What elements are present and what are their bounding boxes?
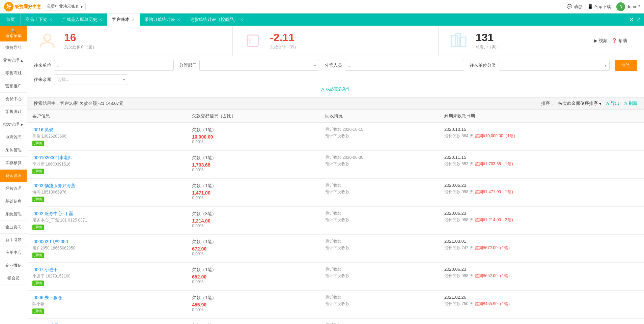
- customer-phone: 海燕 18513066976: [32, 189, 181, 195]
- tab-goods[interactable]: 商品上下架 ✕: [21, 13, 57, 26]
- sidebar-item-operation[interactable]: 经营管理: [0, 182, 27, 195]
- overdue-link[interactable]: 超期¥455.90（1笔）: [475, 301, 512, 307]
- recent-label: 最近收款: [325, 295, 433, 300]
- sidebar-item-batch-mgmt[interactable]: 批发管理 ▼: [0, 118, 27, 131]
- message-button[interactable]: 💬 消息: [567, 4, 582, 10]
- store-selector[interactable]: 母婴行业演示账套 ▾: [44, 3, 86, 10]
- sidebar-item-beginner[interactable]: 新手引导: [0, 234, 27, 246]
- customer-phone: 陈小希: [32, 301, 181, 307]
- stat-text-debt-amount: -2.11 欠款合计（万）: [270, 31, 298, 50]
- sidebar-item-system[interactable]: 系统管理: [0, 208, 27, 221]
- overdue-link[interactable]: 超期¥652.00（1笔）: [475, 273, 512, 279]
- tab-stock-stat-close[interactable]: ✕: [240, 18, 243, 22]
- help-button[interactable]: ❓ 帮助: [612, 38, 627, 44]
- debt-amount[interactable]: 455.90: [192, 302, 314, 307]
- avatar: D: [616, 2, 625, 11]
- sidebar-item-marketing[interactable]: 营销推广: [0, 80, 27, 93]
- customer-name-link[interactable]: [0002]服务中心_丁磊: [32, 211, 181, 217]
- th-due-date: 到期未收款日期: [439, 110, 644, 123]
- sidebar-item-vip[interactable]: 畅会员: [0, 272, 27, 285]
- sidebar-beginner-label: 新手引导: [5, 237, 22, 242]
- tab-product-history-close[interactable]: ✕: [99, 18, 102, 22]
- video-button[interactable]: ▶ 视频: [594, 38, 608, 44]
- customer-name-link[interactable]: [0001020001]李老师: [32, 155, 181, 161]
- overdue-link[interactable]: 超期¥10,000.00（1笔）: [475, 133, 518, 139]
- next-label: 预计下次收款: [325, 245, 433, 251]
- sidebar-item-app-center[interactable]: 应用中心: [0, 246, 27, 259]
- tab-collapse-icon[interactable]: ✕: [629, 17, 634, 23]
- overdue-link[interactable]: 超期¥1,703.68（1笔）: [475, 161, 515, 167]
- tab-home[interactable]: 首页: [1, 13, 21, 26]
- overdue-info: 最长欠款 998 天 超期¥1,214.00（3笔）: [444, 217, 639, 223]
- collapse-btn[interactable]: ⋀ 收起更多条件: [34, 85, 637, 93]
- overdue-info: 最长欠款 998 天 超期¥652.00（1笔）: [444, 273, 639, 279]
- table-row: [0003]畅捷服务尹海燕 海燕 18513066976 现销 欠款（1笔） 1…: [27, 179, 644, 207]
- sidebar-item-basic[interactable]: 基础信息: [0, 195, 27, 208]
- debt-amount-label: 欠款合计（万）: [270, 45, 298, 50]
- recent-label: 最近收款: [325, 183, 433, 188]
- sidebar-search[interactable]: 🔍 搜索菜单: [0, 26, 27, 41]
- sidebar-item-enterprise-coop[interactable]: 企业协同: [0, 221, 27, 234]
- result-actions: 排序： 按欠款金额倒序排序 ▾ ⊙ 导出 ⊙ 刷新: [541, 100, 637, 107]
- filter-customer-input[interactable]: ...: [54, 60, 174, 71]
- sidebar-item-quick-nav[interactable]: 快捷导航: [0, 41, 27, 54]
- customer-info-cell: [0016]吴俊 吴俊 13026203696 现销: [27, 123, 187, 151]
- recovery-cell: 最近收款 预计下次收款: [320, 235, 439, 263]
- customer-name-link[interactable]: [000002]用户2050: [32, 239, 181, 245]
- sidebar-item-enterprise-wechat[interactable]: 企业微信: [0, 259, 27, 272]
- tab-purchase-order-close[interactable]: ✕: [177, 18, 180, 22]
- debt-amount[interactable]: 10,000.00: [192, 134, 314, 140]
- result-summary: 搜索结果中，客户16家 欠款金额 -21,148.07元 排序： 按欠款金额倒序…: [27, 98, 644, 110]
- recent-label: 最近收款: [325, 267, 433, 272]
- debt-count: 欠款（1笔）: [192, 323, 314, 324]
- tab-purchase-order[interactable]: 采购订单统计表 ✕: [140, 13, 185, 26]
- customer-tag: 现销: [32, 225, 44, 230]
- overdue-link[interactable]: 超期¥672.00（1笔）: [475, 245, 512, 251]
- sidebar-item-purchase[interactable]: 采购管理: [0, 144, 27, 157]
- tab-product-history[interactable]: 产成品入库单历史 ✕: [57, 13, 107, 26]
- tab-customer-account-close[interactable]: ✕: [132, 18, 135, 22]
- customer-name-link[interactable]: [0003]畅捷服务尹海燕: [32, 183, 181, 189]
- sidebar-item-membership[interactable]: 会员中心: [0, 93, 27, 106]
- filter-dept-select[interactable]: ▾: [199, 60, 319, 71]
- sidebar-item-ecommerce[interactable]: 电商管理: [0, 131, 27, 144]
- filter-manager-input[interactable]: ...: [345, 60, 465, 71]
- filter-category-select[interactable]: ▾: [499, 60, 610, 71]
- customer-name-link[interactable]: [0016]吴俊: [32, 127, 181, 133]
- debt-amount[interactable]: 1,214.00: [192, 218, 314, 224]
- debt-customers-icon: ¥: [37, 31, 57, 51]
- tab-product-history-label: 产成品入库单历史: [62, 17, 97, 23]
- debt-percent: 0.00%: [192, 307, 314, 312]
- sidebar-item-retail-mgmt[interactable]: 零售管理 ▲: [0, 54, 27, 67]
- tab-stock-stat[interactable]: 进货单统计表（按商品） ✕: [185, 13, 248, 26]
- sidebar-item-stock[interactable]: 库存核算: [0, 157, 27, 170]
- tab-purchase-order-label: 采购订单统计表: [144, 17, 175, 23]
- tab-customer-account[interactable]: 客户账本 ✕: [107, 13, 140, 26]
- filter-row-1: 往来单位 ... 分管部门 ▾ 分管人员 ...: [34, 60, 637, 71]
- debt-amount[interactable]: 1,703.68: [192, 162, 314, 168]
- customer-name-link[interactable]: [000001]黄思源: [32, 323, 181, 324]
- filter-balance-select[interactable]: 选择... ▾: [54, 74, 128, 85]
- customer-name-link[interactable]: [0006]去下粮仓: [32, 295, 181, 301]
- app-download-button[interactable]: 📱 App下载: [588, 4, 611, 10]
- sidebar-item-finance[interactable]: 资金管理: [0, 170, 27, 182]
- debt-amount[interactable]: 672.00: [192, 246, 314, 252]
- filter-balance: 往来余额 选择... ▾: [34, 74, 128, 85]
- user-menu[interactable]: D demo2: [616, 2, 640, 11]
- query-button[interactable]: 查询: [615, 60, 637, 71]
- overdue-link[interactable]: 超期¥1,471.00（1笔）: [475, 189, 515, 195]
- debt-amount[interactable]: 1,471.00: [192, 190, 314, 196]
- customer-name-link[interactable]: [0007]小进干: [32, 267, 181, 273]
- overdue-link[interactable]: 超期¥1,214.00（3笔）: [475, 217, 515, 223]
- tab-expand-icon[interactable]: ⤢: [636, 17, 641, 23]
- tab-bar-actions: ✕ ⤢: [626, 13, 643, 26]
- sidebar-item-retail-mall[interactable]: 零售商城: [0, 67, 27, 80]
- sort-value[interactable]: 按欠款金额倒序排序 ▾: [558, 100, 601, 107]
- refresh-button[interactable]: ⊙ 刷新: [623, 100, 637, 107]
- recovery-cell: 最近收款 预计下次收款: [320, 291, 439, 319]
- export-button[interactable]: ⊙ 导出: [606, 100, 619, 107]
- debt-amount[interactable]: 652.00: [192, 274, 314, 279]
- sidebar-item-retail-stat[interactable]: 零售统计: [0, 106, 27, 118]
- tab-goods-close[interactable]: ✕: [49, 18, 52, 22]
- debt-count: 欠款（1笔）: [192, 295, 314, 301]
